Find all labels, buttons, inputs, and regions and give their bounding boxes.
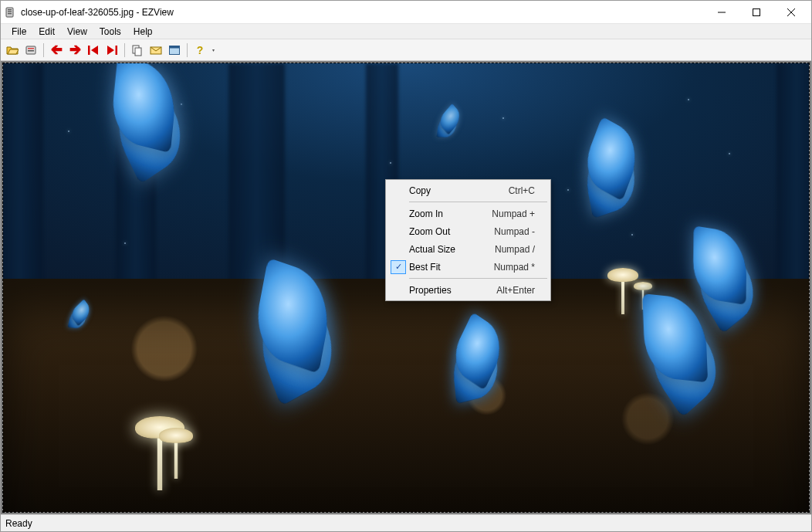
app-icon bbox=[4, 6, 16, 19]
fullscreen-button[interactable] bbox=[166, 42, 183, 59]
titlebar: close-up-of-leaf-326055.jpg - EZView bbox=[1, 1, 811, 24]
context-menu-properties[interactable]: Properties Alt+Enter bbox=[387, 281, 549, 299]
context-menu-shortcut: Numpad + bbox=[492, 208, 535, 219]
checkmark-icon: ✓ bbox=[391, 260, 406, 274]
context-menu: Copy Ctrl+C Zoom In Numpad + Zoom Out Nu… bbox=[385, 179, 551, 301]
svg-rect-2 bbox=[8, 11, 12, 12]
svg-rect-1 bbox=[8, 9, 12, 10]
menu-file[interactable]: File bbox=[5, 25, 32, 39]
content-area: Copy Ctrl+C Zoom In Numpad + Zoom Out Nu… bbox=[1, 61, 811, 514]
context-menu-zoom-out[interactable]: Zoom Out Numpad - bbox=[387, 222, 549, 240]
menu-edit[interactable]: Edit bbox=[32, 25, 61, 39]
context-menu-shortcut: Numpad - bbox=[494, 226, 535, 237]
context-menu-shortcut: Numpad * bbox=[494, 262, 535, 273]
toolbar-separator bbox=[124, 43, 125, 57]
svg-rect-5 bbox=[753, 8, 760, 15]
menu-tools[interactable]: Tools bbox=[93, 25, 127, 39]
svg-rect-9 bbox=[28, 48, 34, 49]
minimize-button[interactable] bbox=[704, 1, 739, 24]
toolbar-overflow[interactable]: ▾ bbox=[210, 42, 216, 59]
prev-button[interactable]: 🡰 bbox=[48, 42, 65, 59]
context-menu-label: Copy bbox=[409, 185, 509, 196]
maximize-button[interactable] bbox=[739, 1, 773, 24]
copy-button[interactable] bbox=[129, 42, 146, 59]
context-menu-shortcut: Ctrl+C bbox=[509, 185, 535, 196]
context-menu-zoom-in[interactable]: Zoom In Numpad + bbox=[387, 205, 549, 222]
toolbar-separator bbox=[43, 43, 44, 57]
context-menu-shortcut: Alt+Enter bbox=[496, 285, 535, 296]
last-button[interactable] bbox=[103, 42, 120, 59]
context-menu-best-fit[interactable]: ✓ Best Fit Numpad * bbox=[387, 258, 549, 276]
context-menu-separator bbox=[409, 278, 547, 279]
svg-rect-11 bbox=[88, 46, 90, 55]
context-menu-shortcut: Numpad / bbox=[495, 244, 535, 255]
svg-rect-0 bbox=[6, 8, 13, 17]
menu-view[interactable]: View bbox=[61, 25, 93, 39]
image-frame: Copy Ctrl+C Zoom In Numpad + Zoom Out Nu… bbox=[2, 63, 810, 513]
context-menu-label: Zoom In bbox=[409, 208, 492, 219]
context-menu-label: Best Fit bbox=[409, 262, 494, 273]
context-menu-label: Properties bbox=[409, 285, 496, 296]
menubar: File Edit View Tools Help bbox=[1, 24, 811, 39]
open-button[interactable] bbox=[4, 42, 21, 59]
context-menu-actual-size[interactable]: Actual Size Numpad / bbox=[387, 240, 549, 258]
context-menu-copy[interactable]: Copy Ctrl+C bbox=[387, 181, 549, 199]
svg-rect-14 bbox=[135, 48, 141, 56]
window-title: close-up-of-leaf-326055.jpg - EZView bbox=[21, 7, 174, 18]
menu-help[interactable]: Help bbox=[127, 25, 159, 39]
first-button[interactable] bbox=[85, 42, 102, 59]
toolbar-separator bbox=[187, 43, 188, 57]
toolbar: 🡰 🡲 ? ▾ bbox=[1, 39, 811, 61]
context-menu-separator bbox=[409, 202, 547, 202]
context-menu-label: Zoom Out bbox=[409, 226, 494, 237]
svg-rect-17 bbox=[170, 46, 180, 48]
svg-rect-12 bbox=[116, 46, 118, 55]
statusbar: Ready bbox=[1, 514, 811, 531]
mail-button[interactable] bbox=[147, 42, 164, 59]
svg-rect-3 bbox=[8, 13, 12, 14]
help-button[interactable]: ? bbox=[191, 42, 208, 59]
svg-rect-10 bbox=[28, 50, 34, 52]
context-menu-label: Actual Size bbox=[409, 244, 495, 255]
scan-button[interactable] bbox=[22, 42, 39, 59]
next-button[interactable]: 🡲 bbox=[66, 42, 83, 59]
status-text: Ready bbox=[5, 518, 32, 529]
close-button[interactable] bbox=[773, 1, 808, 24]
